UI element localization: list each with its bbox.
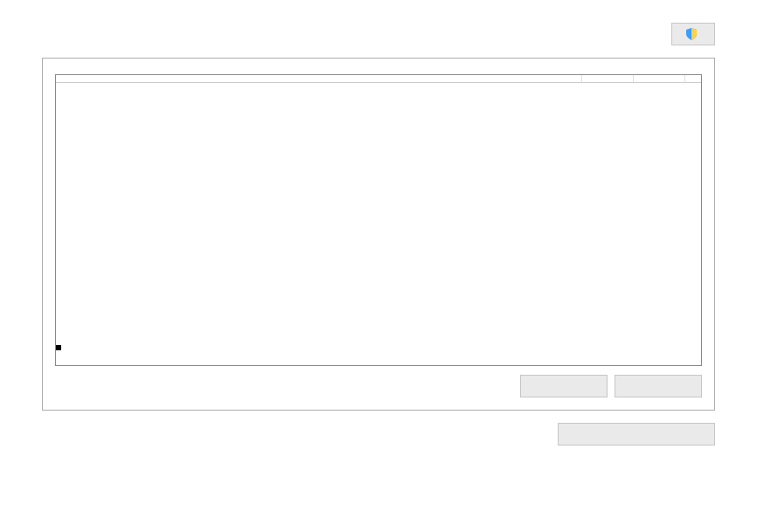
allow-another-app-button[interactable] (558, 423, 715, 446)
highlight-marker (56, 345, 61, 350)
allowed-apps-groupbox (42, 58, 715, 411)
change-settings-button[interactable] (671, 23, 715, 45)
column-public[interactable] (634, 75, 685, 82)
shield-icon (684, 27, 698, 41)
column-name[interactable] (56, 75, 582, 82)
column-private[interactable] (582, 75, 634, 82)
apps-list[interactable] (55, 74, 702, 366)
list-header (56, 75, 701, 83)
details-button[interactable] (520, 375, 608, 397)
remove-button[interactable] (615, 375, 702, 397)
